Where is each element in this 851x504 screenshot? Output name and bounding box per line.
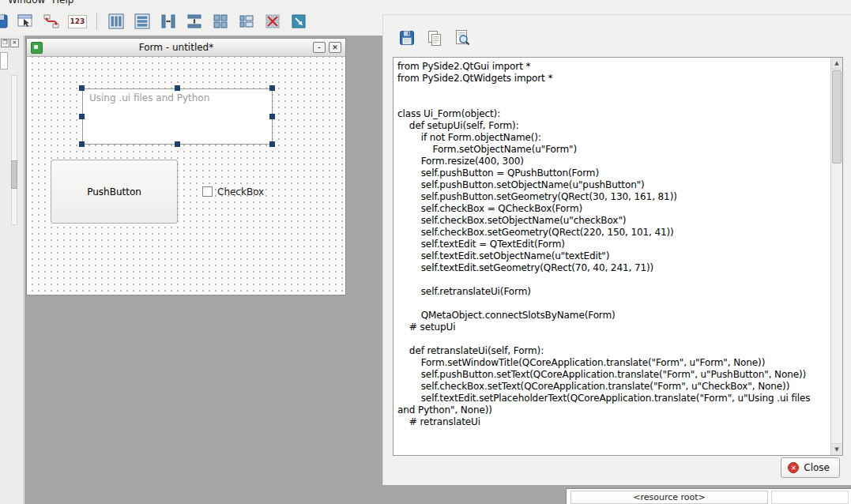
code-vertical-scrollbar[interactable]: ▲ ▼ <box>830 58 842 455</box>
edit-widgets-button[interactable] <box>15 11 36 32</box>
layout-vertical-splitter-button[interactable] <box>184 11 205 32</box>
pushbutton-widget[interactable]: PushButton <box>51 160 178 224</box>
dock-close-icon: ✕ <box>13 39 17 46</box>
scrollbar-thumb[interactable] <box>832 70 842 164</box>
edit-signals-slots-icon <box>43 13 60 30</box>
form-minimize-button[interactable]: - <box>313 42 326 53</box>
close-button-label: Close <box>804 462 830 473</box>
textedit-placeholder: Using .ui files and Python <box>89 92 209 103</box>
close-button[interactable]: ✕ Close <box>781 457 840 478</box>
selection-handle-mid-right[interactable] <box>269 114 275 119</box>
dock-filter-field[interactable] <box>0 52 8 70</box>
scroll-down-icon[interactable]: ▼ <box>831 443 842 455</box>
textedit-widget[interactable]: Using .ui files and Python <box>82 88 273 145</box>
edit-tab-order-button[interactable]: 123 <box>67 11 88 32</box>
form-window-titlebar[interactable]: Form - untitled* - ✕ <box>27 39 345 57</box>
layout-vertical-icon <box>134 13 151 30</box>
copy-icon <box>426 29 443 47</box>
code-text[interactable]: from PySide2.QtGui import * from PySide2… <box>393 58 830 455</box>
edit-widgets-icon <box>17 13 34 30</box>
layout-form-icon <box>238 13 255 30</box>
main-toolbar: 123 <box>0 8 314 35</box>
edit-signals-slots-button[interactable] <box>41 11 62 32</box>
code-copy-button[interactable] <box>425 28 444 47</box>
menu-help[interactable]: Help <box>52 0 73 6</box>
layout-horizontal-splitter-button[interactable] <box>158 11 179 32</box>
edit-tab-order-icon: 123 <box>68 15 88 28</box>
adjust-size-icon <box>290 13 307 30</box>
scroll-up-icon[interactable]: ▲ <box>831 58 842 70</box>
form-close-button[interactable]: ✕ <box>329 42 341 53</box>
selection-handle-bottom-right[interactable] <box>269 141 275 147</box>
checkbox-indicator[interactable] <box>202 186 213 197</box>
selection-handle-top-left[interactable] <box>79 85 85 91</box>
resource-root-item[interactable]: <resource root> <box>570 491 768 504</box>
checkbox-widget[interactable]: CheckBox <box>201 175 281 208</box>
code-find-button[interactable] <box>453 28 472 47</box>
code-preview-dialog: from PySide2.QtGui import * from PySide2… <box>382 14 851 485</box>
selection-handle-top-right[interactable] <box>269 85 275 91</box>
layout-form-button[interactable] <box>236 11 257 32</box>
layout-horizontal-splitter-icon <box>160 13 177 30</box>
resource-empty-cell <box>771 491 849 504</box>
menubar: Window Help <box>0 0 851 7</box>
designer-form-icon <box>31 42 43 54</box>
checkbox-label: CheckBox <box>217 186 264 197</box>
code-dialog-toolbar <box>397 28 472 47</box>
layout-vertical-button[interactable] <box>132 11 153 32</box>
dock-close-button[interactable]: ✕ <box>10 39 19 47</box>
layout-grid-icon <box>212 13 229 30</box>
mdi-area: Form - untitled* - ✕ Using .ui files and… <box>24 36 382 504</box>
adjust-size-button[interactable] <box>288 11 309 32</box>
form-window-title: Form - untitled* <box>43 42 310 53</box>
break-layout-icon <box>264 13 281 30</box>
qt-designer-screen: Window Help 123 <box>0 0 851 504</box>
layout-grid-button[interactable] <box>210 11 231 32</box>
save-button[interactable] <box>0 11 9 32</box>
menu-window[interactable]: Window <box>8 0 45 6</box>
layout-vertical-splitter-icon <box>186 13 203 30</box>
save-icon <box>398 29 416 47</box>
resource-browser-window: <resource root> <box>566 488 851 504</box>
form-canvas[interactable]: Using .ui files and Python PushButton Ch… <box>27 57 345 295</box>
selection-handle-bottom-left[interactable] <box>79 141 85 147</box>
save-icon <box>0 13 9 30</box>
code-view[interactable]: from PySide2.QtGui import * from PySide2… <box>393 57 843 456</box>
dock-scrollbar-track[interactable] <box>11 75 17 225</box>
selection-handle-mid-left[interactable] <box>79 114 85 119</box>
layout-horizontal-button[interactable] <box>106 11 126 32</box>
toolbar-separator <box>96 13 97 30</box>
selection-handle-bottom-center[interactable] <box>175 141 180 147</box>
dock-float-button[interactable]: ❐ <box>1 39 9 47</box>
selection-handle-top-center[interactable] <box>175 85 180 91</box>
widget-box-dock: ❐ ✕ <box>0 36 24 504</box>
find-icon <box>454 29 471 47</box>
layout-horizontal-icon <box>107 13 125 30</box>
form-designer-window: Form - untitled* - ✕ Using .ui files and… <box>26 38 346 295</box>
code-save-button[interactable] <box>397 28 416 47</box>
pushbutton-label: PushButton <box>87 186 141 197</box>
break-layout-button[interactable] <box>262 11 283 32</box>
dock-scrollbar-thumb[interactable] <box>11 160 17 189</box>
close-red-x-icon: ✕ <box>788 462 799 473</box>
dock-float-icon: ❐ <box>2 39 7 46</box>
